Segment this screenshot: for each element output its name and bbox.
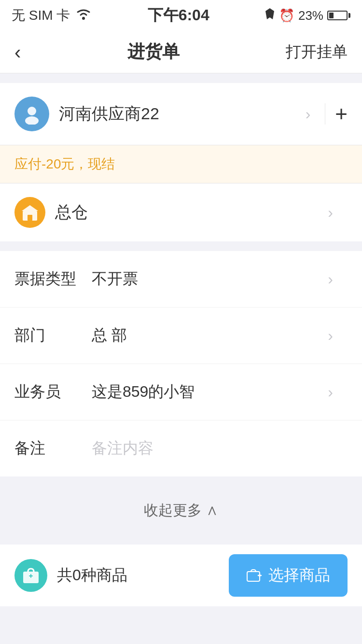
- supplier-name: 河南供应商22: [59, 103, 306, 125]
- invoice-label: 票据类型: [14, 268, 82, 290]
- invoice-row[interactable]: 票据类型 不开票 ›: [0, 251, 362, 308]
- carrier-label: 无 SIM 卡: [12, 6, 70, 25]
- svg-rect-8: [30, 574, 31, 578]
- section-gap-1: [0, 73, 362, 83]
- note-input[interactable]: 备注内容: [82, 438, 348, 459]
- status-left: 无 SIM 卡: [12, 6, 92, 25]
- sales-row[interactable]: 业务员 这是859的小智 ›: [0, 364, 362, 420]
- wifi-icon: [75, 7, 92, 24]
- notice-text: 应付-20元，现结: [14, 156, 115, 171]
- svg-point-1: [28, 107, 36, 115]
- svg-marker-4: [22, 205, 38, 211]
- svg-rect-9: [247, 572, 260, 581]
- invoice-value: 不开票: [82, 268, 328, 290]
- svg-rect-5: [28, 215, 32, 221]
- form-section: 票据类型 不开票 › 部门 总 部 › 业务员 这是859的小智 › 备注 备注…: [0, 251, 362, 476]
- dept-row[interactable]: 部门 总 部 ›: [0, 308, 362, 364]
- open-pending-button[interactable]: 打开挂单: [286, 42, 348, 63]
- status-time: 下午6:04: [148, 5, 209, 26]
- supplier-avatar: [14, 97, 49, 131]
- alarm-icon: ⏰: [279, 8, 294, 23]
- dept-chevron-icon: ›: [328, 327, 333, 345]
- warehouse-row[interactable]: 总仓 ›: [0, 183, 362, 241]
- status-right: ⏰ 23%: [265, 8, 350, 24]
- warehouse-icon: [14, 197, 45, 228]
- dept-label: 部门: [14, 325, 82, 346]
- sales-chevron-icon: ›: [328, 383, 333, 401]
- dept-value: 总 部: [82, 325, 328, 346]
- battery-icon: [327, 11, 350, 20]
- bottom-bar: 共0种商品 选择商品: [0, 545, 362, 606]
- back-button[interactable]: ‹: [14, 42, 21, 62]
- product-icon: [14, 559, 47, 592]
- supplier-card: 河南供应商22 › + 应付-20元，现结 总仓 ›: [0, 83, 362, 241]
- nav-bar: ‹ 进货单 打开挂单: [0, 31, 362, 73]
- warehouse-chevron-icon: ›: [328, 204, 333, 222]
- sales-value: 这是859的小智: [82, 381, 328, 403]
- invoice-chevron-icon: ›: [328, 270, 333, 288]
- collapse-label: 收起更多 ∧: [144, 502, 218, 518]
- supplier-row[interactable]: 河南供应商22 › +: [0, 83, 362, 145]
- note-row[interactable]: 备注 备注内容: [0, 420, 362, 476]
- supplier-chevron-icon: ›: [306, 105, 311, 123]
- page-title: 进货单: [127, 40, 180, 64]
- note-label: 备注: [14, 438, 82, 459]
- battery-percent: 23%: [298, 8, 323, 23]
- status-bar: 无 SIM 卡 下午6:04 ⏰ 23%: [0, 0, 362, 31]
- svg-point-2: [25, 116, 39, 125]
- warehouse-name: 总仓: [55, 201, 328, 224]
- add-supplier-button[interactable]: +: [325, 103, 348, 125]
- collapse-button[interactable]: 收起更多 ∧: [0, 486, 362, 535]
- location-icon: [265, 8, 275, 24]
- sales-label: 业务员: [14, 381, 82, 403]
- supplier-notice-banner: 应付-20元，现结: [0, 145, 362, 183]
- svg-point-0: [82, 17, 85, 20]
- product-count: 共0种商品: [57, 565, 219, 586]
- select-product-label: 选择商品: [268, 565, 330, 586]
- select-product-button[interactable]: 选择商品: [229, 554, 348, 597]
